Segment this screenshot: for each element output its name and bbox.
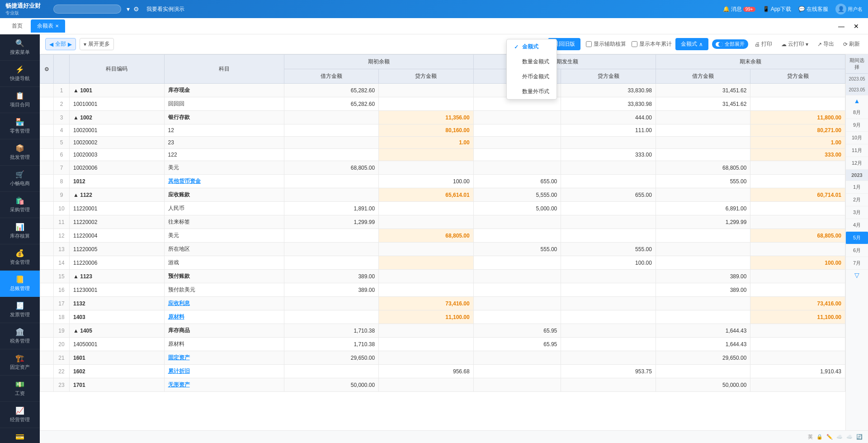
cell-period-credit: 953.75: [561, 365, 656, 378]
sidebar-item-operations[interactable]: 📈 经营管理: [0, 402, 40, 428]
table-row[interactable]: 9▲ 1122应收账款65,614.015,555.00655.0060,714…: [40, 188, 845, 202]
status-sync-icon[interactable]: 🔄: [856, 434, 863, 440]
sidebar-item-payroll[interactable]: 💵 工资: [0, 376, 40, 402]
settings-top-icon[interactable]: ⚙: [133, 5, 139, 13]
top-search-input[interactable]: [53, 5, 121, 14]
table-row[interactable]: 1▲ 1001库存现金65,282.6033,830.9831,451.62: [40, 84, 845, 97]
table-row[interactable]: 1611230001预付款美元389.00389.00: [40, 283, 845, 297]
date-month-1[interactable]: 1月: [846, 181, 868, 194]
dropdown-item-qty-amount[interactable]: 数量金额式: [507, 54, 557, 69]
cell-closing-debit: [656, 310, 750, 324]
minimize-icon[interactable]: —: [835, 22, 848, 31]
table-row[interactable]: 1111220002往来标签1,299.991,299.99: [40, 215, 845, 229]
date-month-2[interactable]: 2月: [846, 194, 868, 206]
date-down-chevron[interactable]: ▽: [846, 270, 868, 281]
table-row[interactable]: 1311220005所在地区555.00555.00: [40, 243, 845, 256]
close-icon[interactable]: ✕: [850, 22, 863, 31]
sidebar-item-ledger[interactable]: 📒 总账管理: [0, 271, 40, 297]
table-row[interactable]: 15▲ 1123预付账款389.00389.00: [40, 270, 845, 283]
dropdown-item-foreign-amount[interactable]: 外币金额式: [507, 69, 557, 84]
date-month-6[interactable]: 6月: [846, 244, 868, 257]
date-month-5[interactable]: 5月: [846, 232, 868, 244]
table-row[interactable]: 4100200011280,160.00111.0080,271.00: [40, 124, 845, 137]
notifications-btn[interactable]: 🔔 消息 99+: [723, 5, 755, 13]
sidebar-item-expense[interactable]: 💳 小畅报销: [0, 428, 40, 443]
cell-opening-debit: 1,299.99: [284, 215, 379, 229]
table-row[interactable]: 3▲ 1002银行存款11,356.00444.0011,800.00: [40, 111, 845, 124]
sidebar-item-search[interactable]: 🔍 搜索菜单: [0, 34, 40, 61]
demo-text[interactable]: 我要看实例演示: [146, 5, 184, 13]
yearly-input[interactable]: [632, 41, 637, 47]
sidebar-item-ecommerce[interactable]: 🛒 小畅电商: [0, 166, 40, 192]
cell-settings: [40, 175, 54, 188]
sidebar-item-purchase[interactable]: 🛍️ 采购管理: [0, 192, 40, 218]
auxiliary-input[interactable]: [586, 41, 592, 47]
date-up-chevron[interactable]: ▲: [846, 95, 868, 106]
date-month-4[interactable]: 4月: [846, 219, 868, 232]
dropdown-item-qty-foreign[interactable]: 数量外币式: [507, 84, 557, 99]
sidebar-item-retail[interactable]: 🏪 零售管理: [0, 113, 40, 139]
expand-more-button[interactable]: ▾ 展开更多: [80, 38, 114, 50]
export-button[interactable]: ↗ 导出: [815, 38, 837, 50]
expand-all-toggle[interactable]: 全部展开: [712, 39, 748, 49]
tab-close-icon[interactable]: ✕: [55, 24, 59, 29]
app-download-btn[interactable]: 📱 App下载: [763, 5, 791, 13]
table-row[interactable]: 210010001回回回65,282.6033,830.9831,451.62: [40, 97, 845, 111]
sidebar-item-invoice[interactable]: 🧾 发票管理: [0, 297, 40, 323]
table-row[interactable]: 1411220006游戏100.00100.00: [40, 256, 845, 270]
sidebar-item-funds[interactable]: 💰 资金管理: [0, 244, 40, 271]
tab-balance[interactable]: 余额表 ✕: [31, 19, 65, 33]
table-row[interactable]: 211601固定资产29,650.0029,650.00: [40, 351, 845, 365]
date-month-8[interactable]: 8月: [846, 106, 868, 119]
refresh-button[interactable]: ⟳ 刷新: [840, 38, 863, 50]
table-row[interactable]: 2014050001原材料1,710.3865.951,644.43: [40, 338, 845, 351]
sidebar-item-quicknav[interactable]: ⚡ 快捷导航: [0, 61, 40, 87]
table-row[interactable]: 610020003122333.00333.00: [40, 149, 845, 161]
sidebar-item-projects[interactable]: 📋 项目合同: [0, 87, 40, 113]
dropdown-item-amount[interactable]: ✓ 金额式: [507, 39, 557, 54]
date-month-11[interactable]: 11月: [846, 144, 868, 157]
table-row[interactable]: 81012其他货币资金100.00655.00555.00: [40, 175, 845, 188]
tab-home[interactable]: 首页: [5, 19, 29, 33]
sidebar-item-inventory[interactable]: 📊 库存核算: [0, 218, 40, 244]
online-service-btn[interactable]: 💬 在线客服: [798, 5, 828, 13]
status-cloud-icon1[interactable]: ☁️: [836, 434, 843, 440]
table-row[interactable]: 231701无形资产50,000.0050,000.00: [40, 378, 845, 392]
sidebar-item-assets[interactable]: 🏗️ 固定资产: [0, 349, 40, 376]
status-lang[interactable]: 英: [808, 433, 813, 440]
dropdown-arrow[interactable]: ▾: [127, 5, 130, 13]
show-auxiliary-checkbox[interactable]: 显示辅助核算: [586, 40, 626, 48]
table-row[interactable]: 181403原材料11,100.0011,100.00: [40, 310, 845, 324]
status-lock-icon[interactable]: 🔒: [816, 434, 823, 440]
sidebar-item-wholesale[interactable]: 📦 批发管理: [0, 139, 40, 166]
all-button[interactable]: ◀ 全部 ▶: [45, 38, 76, 50]
cell-opening-credit: 68,805.00: [379, 229, 474, 243]
cell-settings: [40, 161, 54, 175]
status-cloud-icon2[interactable]: ☁️: [846, 434, 853, 440]
status-edit-icon[interactable]: ✏️: [826, 434, 833, 440]
table-row[interactable]: 710020006美元68,805.0068,805.00: [40, 161, 845, 175]
date-month-7[interactable]: 7月: [846, 257, 868, 270]
table-row[interactable]: 221602累计折旧956.68953.751,910.43: [40, 365, 845, 378]
date-month-10[interactable]: 10月: [846, 132, 868, 144]
sidebar-item-tax[interactable]: 🏛️ 税务管理: [0, 323, 40, 349]
th-settings[interactable]: ⚙: [40, 55, 54, 84]
table-row[interactable]: 19▲ 1405库存商品1,710.3865.951,644.43: [40, 324, 845, 338]
table-row[interactable]: 510020002231.001.00: [40, 137, 845, 149]
amount-style-button[interactable]: 金额式 ∧: [675, 38, 708, 50]
print-button[interactable]: 🖨 打印: [752, 38, 775, 50]
cell-opening-credit: [379, 149, 474, 161]
date-entry-1[interactable]: 2023.05: [846, 74, 868, 85]
user-avatar[interactable]: 👤 用户名: [835, 4, 863, 14]
date-month-9[interactable]: 9月: [846, 119, 868, 132]
date-month-12[interactable]: 12月: [846, 157, 868, 170]
cell-settings: [40, 338, 54, 351]
show-yearly-checkbox[interactable]: 显示本年累计: [632, 40, 672, 48]
date-year-2023[interactable]: 2023: [846, 170, 868, 181]
date-entry-2[interactable]: 2023.05: [846, 85, 868, 95]
date-month-3[interactable]: 3月: [846, 206, 868, 219]
cloud-print-button[interactable]: ☁ 云打印 ▾: [778, 38, 811, 50]
table-row[interactable]: 1011220001人民币1,891.005,000.006,891.00: [40, 202, 845, 215]
table-row[interactable]: 171132应收利息73,416.0073,416.00: [40, 297, 845, 310]
table-row[interactable]: 1211220004美元68,805.0068,805.00: [40, 229, 845, 243]
